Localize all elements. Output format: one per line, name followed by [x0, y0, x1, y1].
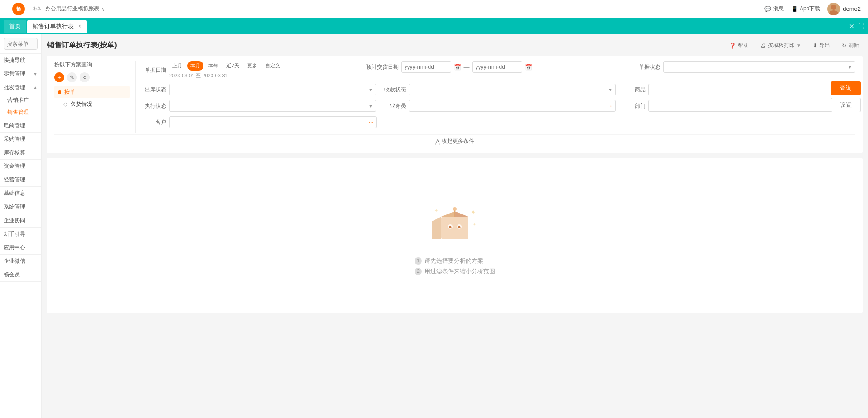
filter-salesperson-group: 业务员 ···	[381, 100, 616, 112]
page-title: 销售订单执行表(按单)	[47, 41, 117, 50]
search-input[interactable]	[4, 38, 38, 50]
system-label: 系统管理	[4, 203, 25, 211]
sidebar-item-retail[interactable]: 零售管理 ▼	[0, 67, 41, 81]
message-icon: 💬	[764, 6, 771, 12]
date-custom-btn[interactable]: 自定义	[262, 61, 283, 71]
date-separator: —	[464, 64, 470, 71]
date-label: 单据日期	[141, 66, 166, 74]
sidebar-item-basics[interactable]: 基础信息	[0, 187, 41, 200]
sidebar-item-member[interactable]: 畅会员	[0, 268, 41, 281]
filter-panel: 按以下方案查询 ＋ ✎ « 按单 ◎ 欠货情况	[47, 56, 863, 153]
filter-scheme-panel: 按以下方案查询 ＋ ✎ « 按单 ◎ 欠货情况	[54, 61, 136, 133]
collapse-scheme-btn[interactable]: «	[80, 72, 90, 82]
payment-status-arrow: ▼	[608, 87, 613, 92]
filter-body: 按以下方案查询 ＋ ✎ « 按单 ◎ 欠货情况	[54, 61, 855, 133]
dept-select[interactable]: ▼	[648, 100, 855, 112]
window-maximize-btn[interactable]: ⛶	[858, 23, 864, 30]
payment-status-select[interactable]: ▼	[409, 84, 616, 95]
top-header: 畅 标版 办公用品行业模拟账表 ∨ 💬 消息 📱 App下载 demo2	[0, 0, 868, 18]
basics-label: 基础信息	[4, 190, 25, 197]
wholesale-expand-icon: ▲	[33, 85, 38, 90]
edit-scheme-btn[interactable]: ✎	[67, 72, 77, 82]
ship-status-select[interactable]: ▼	[169, 84, 376, 95]
exec-status-arrow: ▼	[368, 104, 373, 109]
newbie-label: 新手引导	[4, 230, 25, 238]
salesperson-more-icon[interactable]: ···	[608, 103, 613, 109]
svg-text:✦: ✦	[434, 208, 438, 213]
step-1-text: 请先选择要分析的方案	[425, 256, 483, 266]
scheme-dot	[58, 90, 61, 94]
sidebar-item-marketing[interactable]: 营销推广	[0, 94, 41, 106]
sidebar-section-member: 畅会员	[0, 268, 41, 282]
svg-marker-3	[441, 211, 455, 217]
sidebar-item-quick-nav[interactable]: 快捷导航	[0, 54, 41, 67]
sidebar-item-sales[interactable]: 销售管理	[0, 106, 41, 119]
settings-button[interactable]: 设置	[831, 98, 861, 112]
collapse-filter-btn[interactable]: ⋀ 收起更多条件	[54, 134, 855, 148]
print-label: 按模板打印	[768, 42, 795, 49]
goods-input[interactable]: ···	[648, 84, 855, 95]
date-last-month-btn[interactable]: 上月	[169, 61, 185, 71]
refresh-button[interactable]: ↻ 刷新	[838, 40, 863, 51]
breadcrumb-arrow[interactable]: ∨	[101, 6, 105, 12]
sidebar-item-system[interactable]: 系统管理	[0, 200, 41, 214]
export-button[interactable]: ⬇ 导出	[809, 40, 834, 51]
query-button[interactable]: 查询	[831, 81, 861, 95]
filter-row-3: 执行状态 ▼ 业务员 ···	[136, 100, 855, 112]
filter-doc-status-group: 单据状态 ▼	[635, 61, 856, 73]
add-scheme-btn[interactable]: ＋	[54, 72, 64, 82]
doc-status-arrow: ▼	[848, 65, 852, 70]
sidebar-item-inventory[interactable]: 库存核算	[0, 146, 41, 159]
customer-input[interactable]: ···	[169, 116, 377, 128]
scheme-item-orders[interactable]: 按单	[54, 86, 130, 98]
scheme-item-shortage[interactable]: ◎ 欠货情况	[54, 98, 130, 110]
print-button[interactable]: 🖨 按模板打印 ▼	[757, 40, 805, 51]
sidebar-item-ecommerce[interactable]: 电商管理	[0, 119, 41, 132]
expected-date-end-input[interactable]	[472, 61, 522, 73]
salesperson-input[interactable]: ···	[409, 100, 616, 112]
calendar-end-icon[interactable]: 📅	[525, 64, 532, 71]
doc-status-select[interactable]: ▼	[663, 61, 856, 73]
user-profile[interactable]: demo2	[827, 3, 861, 15]
sidebar-item-wechat[interactable]: 企业微信	[0, 255, 41, 268]
customer-label: 客户	[141, 119, 166, 126]
main-layout: 快捷导航 零售管理 ▼ 批发管理 ▲ 营销推广 销售管理 电商管理	[0, 34, 868, 418]
app-download-label: App下载	[800, 5, 820, 13]
date-7days-btn[interactable]: 近7天	[223, 61, 242, 71]
payment-status-label: 收款状态	[381, 86, 406, 94]
sidebar-section-system: 系统管理	[0, 200, 41, 214]
purchase-label: 采购管理	[4, 135, 25, 143]
empty-illustration: ✦ ✦ ✦	[428, 194, 482, 248]
sidebar-item-purchase[interactable]: 采购管理	[0, 133, 41, 146]
date-more-btn[interactable]: 更多	[244, 61, 260, 71]
date-this-month-btn[interactable]: 本月	[187, 61, 203, 71]
customer-more-icon[interactable]: ···	[369, 119, 373, 125]
sidebar-item-finance[interactable]: 资金管理	[0, 160, 41, 173]
sidebar-item-enterprise[interactable]: 企业协同	[0, 214, 41, 227]
wechat-label: 企业微信	[4, 257, 25, 265]
sidebar-item-operations[interactable]: 经营管理	[0, 173, 41, 186]
tab-active-label: 销售订单执行表	[33, 22, 74, 30]
ship-status-label: 出库状态	[141, 86, 166, 94]
sidebar-item-appstore[interactable]: 应用中心	[0, 241, 41, 254]
tab-home[interactable]: 首页	[4, 20, 26, 33]
date-this-year-btn[interactable]: 本年	[205, 61, 222, 71]
step-2-num: 2	[415, 268, 422, 275]
exec-status-select[interactable]: ▼	[169, 100, 376, 112]
sidebar-item-wholesale[interactable]: 批发管理 ▲	[0, 81, 41, 94]
tab-active[interactable]: 销售订单执行表 ×	[27, 20, 87, 33]
avatar	[827, 3, 840, 15]
app-download-action[interactable]: 📱 App下载	[791, 5, 820, 13]
expected-date-start-input[interactable]	[401, 61, 451, 73]
sidebar-section-basics: 基础信息	[0, 187, 41, 200]
tab-close-icon[interactable]: ×	[78, 23, 81, 29]
user-name[interactable]: demo2	[843, 5, 861, 12]
sidebar-item-newbie[interactable]: 新手引导	[0, 228, 41, 241]
message-action[interactable]: 💬 消息	[764, 5, 784, 13]
calendar-start-icon[interactable]: 📅	[454, 64, 461, 71]
breadcrumb: 办公用品行业模拟账表 ∨	[45, 5, 105, 13]
help-button[interactable]: ❓ 帮助	[726, 40, 752, 51]
step-2-text: 用过滤条件来缩小分析范围	[425, 266, 495, 276]
window-close-btn[interactable]: ✕	[849, 23, 854, 30]
date-section: 上月 本月 本年 近7天 更多 自定义 2023-03-01 至 2023-03…	[169, 61, 283, 79]
